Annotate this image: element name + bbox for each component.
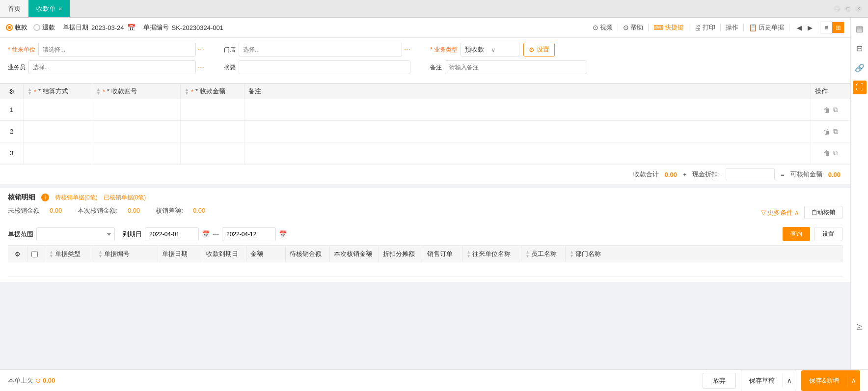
verify-section: 核销明细 i 待核销单据(0笔) 已核销单据(0笔) 未核销金额 0.00 本次… xyxy=(0,188,850,282)
row-1-amount[interactable] xyxy=(181,99,244,120)
window-maximize-button[interactable]: □ xyxy=(844,5,851,12)
row-2-copy-icon[interactable]: ⧉ xyxy=(833,127,838,136)
shop-more-icon[interactable]: ··· xyxy=(404,45,410,54)
video-btn[interactable]: ⊙ 视频 xyxy=(593,23,613,32)
due-date-to[interactable] xyxy=(222,227,276,241)
due-date-from[interactable] xyxy=(145,227,199,241)
lth-dept-sort[interactable]: ▲▼ xyxy=(570,250,574,258)
radio-receipt[interactable]: 收款 xyxy=(6,23,27,32)
more-conditions-btn[interactable]: ▽ 更多条件 ∧ xyxy=(761,208,799,217)
col-account-sort[interactable]: ▲▼ xyxy=(96,87,101,95)
toolbar: 收款 退款 单据日期 2023-03-24 📅 单据编号 SK-20230324… xyxy=(0,18,850,38)
row-2-amount[interactable] xyxy=(181,121,244,142)
summary-input[interactable] xyxy=(239,60,410,74)
partner-input[interactable] xyxy=(38,43,196,56)
biz-type-dropdown[interactable]: 预收款 ∨ xyxy=(461,43,519,56)
lth-doc-no-sort[interactable]: ▲▼ xyxy=(98,250,103,258)
print-btn[interactable]: 🖨 打印 xyxy=(694,23,715,32)
lth-settings[interactable]: ⚙ xyxy=(8,246,27,262)
chevron-up-icon: ∧ xyxy=(794,209,799,216)
row-1-remarks[interactable] xyxy=(244,99,811,120)
due-date-label: 到期日 xyxy=(123,230,142,239)
save-new-arrow-icon[interactable]: ∧ xyxy=(847,374,860,387)
row-3-settle[interactable] xyxy=(24,142,92,164)
col-amount-sort[interactable]: ▲▼ xyxy=(185,87,189,95)
nav-prev[interactable]: ◀ xyxy=(794,23,804,32)
abandon-btn[interactable]: 放弃 xyxy=(703,373,736,389)
shortcut-icon: ⌨ xyxy=(653,24,663,31)
lth-staff-label: 员工名称 xyxy=(531,250,557,258)
settings-label: 设置 xyxy=(537,45,549,54)
sidebar-expand-icon[interactable]: ⛶ xyxy=(853,81,867,94)
date-to-icon[interactable]: 📅 xyxy=(279,230,287,238)
row-3-remarks[interactable] xyxy=(244,142,811,164)
date-from-icon[interactable]: 📅 xyxy=(202,230,210,238)
col-settings-icon[interactable]: ⚙ xyxy=(0,84,24,99)
save-draft-btn[interactable]: 保存草稿 ∧ xyxy=(741,370,796,391)
row-2-account[interactable] xyxy=(92,121,181,142)
tab-receipt[interactable]: 收款单 × xyxy=(28,0,70,17)
sidebar-link-icon[interactable]: 🔗 xyxy=(853,61,867,75)
lth-staff-header: ▲▼ 员工名称 xyxy=(521,246,566,262)
tab-home[interactable]: 首页 xyxy=(0,0,28,17)
ai-label[interactable]: Ai xyxy=(856,324,863,330)
actions-btn[interactable]: 操作 xyxy=(726,23,738,32)
row-3-amount[interactable] xyxy=(181,142,244,164)
doc-field: 单据编号 SK-20230324-001 xyxy=(143,23,224,32)
row-1-account[interactable] xyxy=(92,99,181,120)
lth-type-sort[interactable]: ▲▼ xyxy=(49,250,54,258)
filter-icon: ▽ xyxy=(761,209,766,216)
partner-more-icon[interactable]: ··· xyxy=(198,45,204,54)
col-settle-sort[interactable]: ▲▼ xyxy=(27,87,32,95)
save-new-btn[interactable]: 保存&新增 ∧ xyxy=(801,370,860,391)
history-btn[interactable]: 📋 历史单据 xyxy=(749,23,784,32)
nav-next[interactable]: ▶ xyxy=(805,23,815,32)
sidebar-doc-icon[interactable]: ⊟ xyxy=(853,41,867,55)
sidebar-table-icon[interactable]: ▤ xyxy=(853,22,867,35)
shop-input[interactable] xyxy=(239,43,402,56)
shortcut-btn[interactable]: ⌨ 快捷键 xyxy=(653,23,684,32)
lth-due-date-header: 收款到期日 xyxy=(202,246,246,262)
row-1-copy-icon[interactable]: ⧉ xyxy=(833,106,838,114)
select-all-checkbox[interactable] xyxy=(31,251,38,257)
row-1-delete-icon[interactable]: 🗑 xyxy=(823,106,830,114)
window-close-button[interactable]: × xyxy=(855,5,862,12)
pending-tab[interactable]: 待核销单据(0笔) xyxy=(55,194,98,202)
row-3-delete-icon[interactable]: 🗑 xyxy=(823,149,830,157)
row-2-delete-icon[interactable]: 🗑 xyxy=(823,128,830,136)
help-btn[interactable]: ⊙ 帮助 xyxy=(623,23,643,32)
radio-refund-dot xyxy=(33,24,40,31)
done-tab[interactable]: 已核销单据(0笔) xyxy=(104,194,146,202)
lth-checkbox[interactable] xyxy=(27,246,45,262)
calendar-icon[interactable]: 📅 xyxy=(127,24,136,31)
form-settings-btn[interactable]: ⚙ 设置 xyxy=(523,43,555,56)
verify-settings-btn[interactable]: 设置 xyxy=(814,227,842,241)
save-draft-arrow-icon[interactable]: ∧ xyxy=(783,374,796,387)
staff-input[interactable] xyxy=(28,60,196,74)
auto-verify-btn[interactable]: 自动核销 xyxy=(804,206,842,219)
range-field: 单据范围 xyxy=(8,227,115,241)
tab-close-icon[interactable]: × xyxy=(58,5,62,12)
discount-input[interactable] xyxy=(726,168,775,180)
row-1-settle[interactable] xyxy=(24,99,92,120)
row-2-remarks[interactable] xyxy=(244,121,811,142)
row-3-copy-icon[interactable]: ⧉ xyxy=(833,149,838,157)
lth-partner-sort[interactable]: ▲▼ xyxy=(466,250,471,258)
row-2-num: 2 xyxy=(0,121,24,142)
range-select[interactable] xyxy=(36,227,115,241)
radio-refund[interactable]: 退款 xyxy=(33,23,55,32)
lth-staff-sort[interactable]: ▲▼ xyxy=(525,250,530,258)
query-btn[interactable]: 查询 xyxy=(783,227,810,241)
row-2-settle[interactable] xyxy=(24,121,92,142)
window-minimize-button[interactable]: — xyxy=(834,5,841,12)
view-list-btn[interactable]: ≡ xyxy=(820,22,832,33)
staff-more-icon[interactable]: ··· xyxy=(198,63,204,72)
table-header: ⚙ ▲▼ * * 结算方式 ▲▼ * * 收款账号 ▲▼ * xyxy=(0,84,850,99)
view-grid-btn[interactable]: ⊞ xyxy=(832,22,844,33)
actions-label: 操作 xyxy=(726,23,738,32)
remark-input[interactable] xyxy=(445,60,587,74)
bottom-info-icon[interactable]: ⊙ xyxy=(35,377,41,384)
verify-info-icon[interactable]: i xyxy=(41,194,49,201)
partner-field: 往来单位 ··· xyxy=(8,43,204,56)
row-3-account[interactable] xyxy=(92,142,181,164)
